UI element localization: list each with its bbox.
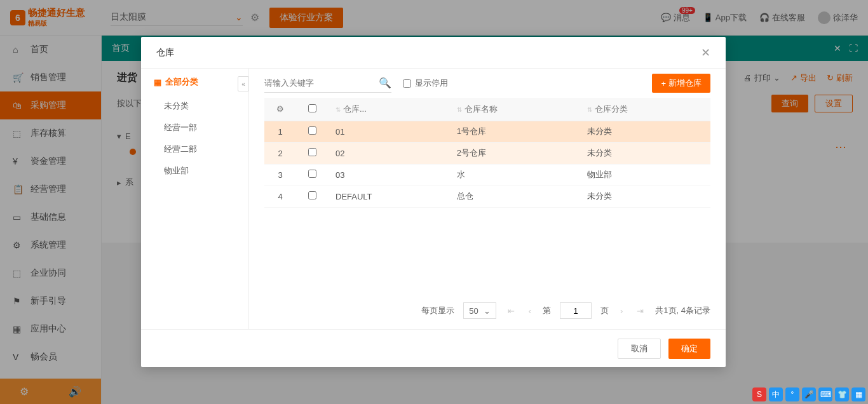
gear-icon: ⚙ — [276, 104, 284, 114]
row-cat: 未分类 — [580, 185, 710, 207]
category-all-label: 全部分类 — [165, 76, 198, 88]
col-name-label: 仓库名称 — [465, 104, 498, 114]
col-code[interactable]: ⇅仓库... — [328, 98, 449, 121]
row-check[interactable] — [296, 185, 328, 207]
show-disabled-label: 显示停用 — [415, 77, 448, 89]
row-wname: 总仓 — [449, 185, 580, 207]
pager: 每页显示 50⌄ ⇤ ‹ 第 页 › ⇥ 共1页, 4条记录 — [264, 297, 710, 324]
row-index: 2 — [264, 142, 296, 164]
check-all[interactable] — [308, 104, 316, 112]
row-check[interactable] — [296, 121, 328, 142]
row-checkbox[interactable] — [308, 148, 316, 156]
close-icon[interactable]: ✕ — [701, 46, 710, 60]
show-disabled-checkbox[interactable] — [403, 79, 411, 88]
search-input[interactable] — [264, 74, 379, 92]
row-wname: 水 — [449, 164, 580, 185]
category-item[interactable]: 经营二部 — [154, 138, 236, 160]
per-page-value: 50 — [469, 306, 478, 316]
modal-footer: 取消 确定 — [141, 329, 726, 367]
row-wname: 1号仓库 — [449, 121, 580, 142]
ok-button[interactable]: 确定 — [668, 339, 710, 359]
row-cat: 未分类 — [580, 142, 710, 164]
prev-page-icon[interactable]: ‹ — [526, 306, 534, 316]
row-checkbox[interactable] — [308, 126, 316, 135]
col-cat[interactable]: ⇅仓库分类 — [580, 98, 710, 121]
plus-icon: + — [661, 79, 666, 88]
row-checkbox[interactable] — [308, 170, 316, 178]
row-code: DEFAULT — [328, 185, 449, 207]
next-page-icon[interactable]: › — [618, 306, 625, 316]
sort-icon: ⇅ — [457, 106, 462, 113]
row-wname: 2号仓库 — [449, 142, 580, 164]
ime-lang-icon[interactable]: 中 — [769, 387, 783, 401]
show-disabled-toggle[interactable]: 显示停用 — [403, 77, 448, 89]
page-number-input[interactable] — [560, 302, 592, 319]
modal-header: 仓库 ✕ — [141, 37, 726, 69]
ime-mic-icon[interactable]: 🎤 — [802, 387, 816, 401]
col-gear[interactable]: ⚙ — [264, 98, 296, 121]
page-label-b: 页 — [600, 305, 609, 316]
table-header-row: ⚙ ⇅仓库... ⇅仓库名称 ⇅仓库分类 — [264, 98, 710, 121]
cancel-button[interactable]: 取消 — [618, 339, 661, 359]
row-index: 4 — [264, 185, 296, 207]
category-item[interactable]: 未分类 — [154, 95, 236, 117]
first-page-icon[interactable]: ⇤ — [505, 306, 517, 316]
per-page-select[interactable]: 50⌄ — [463, 302, 496, 319]
row-checkbox[interactable] — [308, 191, 316, 199]
table-row[interactable]: 4 DEFAULT 总仓 未分类 — [264, 185, 710, 207]
row-cat: 物业部 — [580, 164, 710, 185]
last-page-icon[interactable]: ⇥ — [634, 306, 646, 316]
category-item[interactable]: 经营一部 — [154, 117, 236, 138]
col-code-label: 仓库... — [343, 104, 367, 114]
add-warehouse-button[interactable]: + 新增仓库 — [652, 74, 710, 93]
modal-title: 仓库 — [156, 47, 174, 58]
ime-skin-icon[interactable]: 👕 — [835, 387, 849, 401]
ime-icon[interactable]: S — [752, 387, 766, 401]
add-warehouse-label: 新增仓库 — [668, 77, 702, 89]
ime-punct-icon[interactable]: ° — [785, 387, 799, 401]
col-name[interactable]: ⇅仓库名称 — [449, 98, 580, 121]
warehouse-table: ⚙ ⇅仓库... ⇅仓库名称 ⇅仓库分类 1 01 1号仓库 未分类 2 02 … — [264, 98, 710, 208]
sort-icon: ⇅ — [587, 106, 592, 113]
sort-icon: ⇅ — [336, 106, 341, 113]
category-all[interactable]: ▦ 全部分类 — [154, 76, 236, 88]
col-cat-label: 仓库分类 — [595, 104, 628, 114]
row-check[interactable] — [296, 164, 328, 185]
category-panel: ▦ 全部分类 未分类 经营一部 经营二部 物业部 « — [141, 69, 249, 329]
pager-summary: 共1页, 4条记录 — [655, 305, 710, 316]
table-row[interactable]: 1 01 1号仓库 未分类 — [264, 121, 710, 142]
per-page-label: 每页显示 — [421, 305, 454, 316]
col-check[interactable] — [296, 98, 328, 121]
table-row[interactable]: 2 02 2号仓库 未分类 — [264, 142, 710, 164]
warehouse-modal: 仓库 ✕ ▦ 全部分类 未分类 经营一部 经营二部 物业部 « 🔍 显示停用 — [141, 37, 726, 367]
row-code: 02 — [328, 142, 449, 164]
row-cat: 未分类 — [580, 121, 710, 142]
grid-icon: ▦ — [154, 77, 161, 87]
row-check[interactable] — [296, 142, 328, 164]
chevron-down-icon: ⌄ — [484, 306, 491, 316]
row-index: 1 — [264, 121, 296, 142]
table-panel: 🔍 显示停用 + 新增仓库 ⚙ ⇅仓库... ⇅仓库名称 — [249, 69, 726, 329]
search-icon[interactable]: 🔍 — [379, 77, 391, 89]
row-code: 03 — [328, 164, 449, 185]
search-box: 🔍 — [264, 74, 391, 93]
ime-tray: S 中 ° 🎤 ⌨ 👕 ▦ — [752, 387, 865, 401]
collapse-icon[interactable]: « — [238, 76, 249, 91]
ime-grid-icon[interactable]: ▦ — [851, 387, 865, 401]
ime-keyboard-icon[interactable]: ⌨ — [818, 387, 832, 401]
table-toolbar: 🔍 显示停用 + 新增仓库 — [264, 74, 710, 93]
row-index: 3 — [264, 164, 296, 185]
page-label-a: 第 — [543, 305, 551, 316]
category-item[interactable]: 物业部 — [154, 160, 236, 182]
table-row[interactable]: 3 03 水 物业部 — [264, 164, 710, 185]
row-code: 01 — [328, 121, 449, 142]
